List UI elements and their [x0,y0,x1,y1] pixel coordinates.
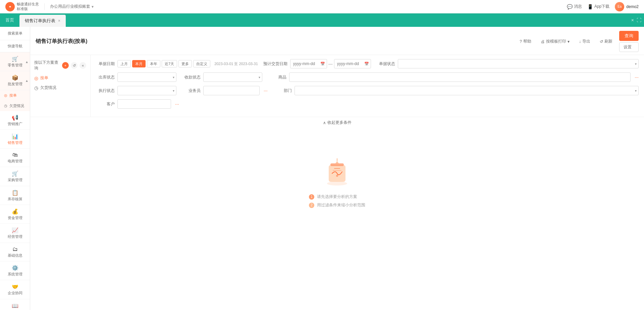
expected-date-label: 预计交货日期 [263,61,287,67]
tag-last-month[interactable]: 上月 [117,60,131,67]
guide-icon: 📖 [12,303,18,309]
refresh-scheme-button[interactable]: ↺ [71,62,77,69]
date-range-text: 2023-03-01 至 2023-03-31 [214,61,258,66]
tag-custom[interactable]: 自定义 [193,60,210,67]
calendar-from-icon: 📅 [320,62,325,66]
app-download-button[interactable]: 📱 App下载 [587,4,609,9]
collapse-panel-button[interactable]: « [79,62,86,69]
tab-bar-right: × ⛶ [631,17,644,23]
date-from-group: 📅 — 📅 [290,59,371,68]
export-button[interactable]: ↓ 导出 [576,37,593,46]
tag-7days[interactable]: 近7天 [162,60,177,67]
enterprise-icon: 🤝 [12,283,18,290]
payment-select[interactable] [203,72,262,82]
search-menu-button[interactable]: 搜索菜单 [3,30,27,37]
print-icon: 🖨 [541,39,545,44]
sidebar-item-operation[interactable]: 📈 经营管理 [0,224,30,243]
sales-icon: 📊 [12,133,18,140]
user-area[interactable]: Ea demo2 [615,2,639,11]
sidebar-item-debt[interactable]: ◷ 欠货情况 [0,101,30,111]
sidebar-item-system[interactable]: ⚙️ 系统管理 [0,261,30,280]
print-button[interactable]: 🖨 按模板打印 ▾ [538,37,572,46]
sidebar-item-sales[interactable]: 📊 销售管理 [0,130,30,149]
delivery-select[interactable] [117,72,176,82]
add-scheme-button[interactable]: + [62,62,69,69]
goods-dots-icon[interactable]: ··· [635,74,639,80]
sidebar-item-finance[interactable]: 💰 资金管理 [0,205,30,224]
filter-scheme-order[interactable]: ◎ 按单 [30,73,90,83]
ecommerce-icon: 🛍 [12,152,18,158]
sidebar-item-ecommerce[interactable]: 🛍 电商管理 [0,149,30,167]
date-tag-row: 上月 本月 本年 近7天 更多 自定义 [117,60,210,67]
window-maximize-icon[interactable]: ⛶ [637,17,641,23]
scheme-debt-icon: ◷ [34,85,38,91]
payment-select-wrapper: ▾ [203,72,262,82]
status-label: 单据状态 [376,61,395,67]
dept-select[interactable] [294,86,639,95]
page-content: 销售订单执行表(按单) ? 帮助 🖨 按模板打印 ▾ ↓ 导出 [30,27,644,310]
filter-scheme-debt[interactable]: ◷ 欠货情况 [30,83,90,93]
delivery-select-wrapper: ▾ [117,72,176,82]
goods-input[interactable] [289,72,631,82]
dept-label: 部门 [273,88,292,94]
filter-delivery-field: 出库状态 ▾ [96,72,176,82]
message-button[interactable]: 💬 消息 [567,4,582,9]
inventory-icon: 📋 [12,190,18,196]
execution-select[interactable] [117,86,176,95]
empty-illustration [320,155,354,189]
quick-nav-button[interactable]: 快捷导航 [0,42,30,51]
retail-expand-icon: ▲ [25,60,29,63]
breadcrumb[interactable]: 办公用品行业模拟账套 ▾ [50,4,94,9]
help-button[interactable]: ? 帮助 [517,37,534,46]
filter-panel: 按以下方案查询 + ↺ « ◎ 按单 ◷ 欠货情况 [30,55,644,117]
tab-home[interactable]: 首页 [0,13,19,27]
export-icon: ↓ [579,39,581,44]
svg-rect-3 [330,163,344,166]
tab-sales-order[interactable]: 销售订单执行表 × [19,15,66,27]
logo-area: 畅捷通好生意 标准版 [5,2,39,11]
finance-icon: 💰 [12,208,18,215]
sidebar: 搜索菜单 快捷导航 🛒 零售管理 ▲ 📦 批发管理 ▲ ◎ 按单 ◷ 欠货情况 [0,27,30,310]
sidebar-item-inventory[interactable]: 📋 库存核算 [0,186,30,205]
tag-this-month[interactable]: 本月 [132,60,146,67]
wholesale-icon: 📦 [12,74,18,81]
salesperson-dots-icon[interactable]: ··· [264,88,268,93]
sidebar-item-basic[interactable]: 🗂 基础信息 [0,243,30,261]
sidebar-item-purchase[interactable]: 🛒 采购管理 [0,167,30,186]
salesperson-input[interactable] [203,86,260,95]
sidebar-item-wholesale[interactable]: 📦 批发管理 ▲ [0,71,30,90]
filter-left-icons: + ↺ « [62,62,86,69]
tab-bar: 首页 销售订单执行表 × × ⛶ [0,13,644,27]
sidebar-item-retail[interactable]: 🛒 零售管理 ▲ [0,52,30,71]
settings-button[interactable]: 设置 [619,42,639,52]
status-select[interactable] [398,59,639,68]
execution-label: 执行状态 [96,88,115,94]
purchase-icon: 🛒 [12,170,18,177]
status-select-wrapper: ▾ [398,59,639,68]
tab-close-icon[interactable]: × [58,18,60,23]
query-button[interactable]: 查询 [619,31,639,41]
delivery-label: 出库状态 [96,74,115,80]
sidebar-item-enterprise[interactable]: 🤝 企业协同 [0,280,30,299]
refresh-icon: ↺ [600,39,603,44]
tag-more[interactable]: 更多 [178,60,192,67]
window-close-icon[interactable]: × [631,17,634,23]
sidebar-nav-area: 快捷导航 [0,40,30,52]
collapse-bar[interactable]: ∧ 收起更多条件 [30,117,644,128]
empty-tips: 1 请先选择要分析的方案 2 用过滤条件来缩小分析范围 [309,194,365,208]
payment-label: 收款状态 [182,74,201,80]
wholesale-expand-icon: ▲ [25,79,29,82]
refresh-button[interactable]: ↺ 刷新 [597,37,615,46]
sidebar-item-guide[interactable]: 📖 新手引导 [0,299,30,310]
user-name: demo2 [626,4,639,9]
customer-input[interactable] [117,99,171,109]
collapse-icon: ∧ [323,120,326,125]
sidebar-item-order[interactable]: ◎ 按单 [0,90,30,101]
breadcrumb-chevron: ▾ [92,4,94,9]
tag-this-year[interactable]: 本年 [147,60,160,67]
filter-payment-field: 收款状态 ▾ [182,72,262,82]
customer-dots-icon[interactable]: ··· [175,101,179,107]
debt-icon: ◷ [4,104,7,108]
sidebar-item-marketing[interactable]: 📢 营销推广 [0,111,30,130]
filter-execution-field: 执行状态 ▾ [96,86,176,95]
